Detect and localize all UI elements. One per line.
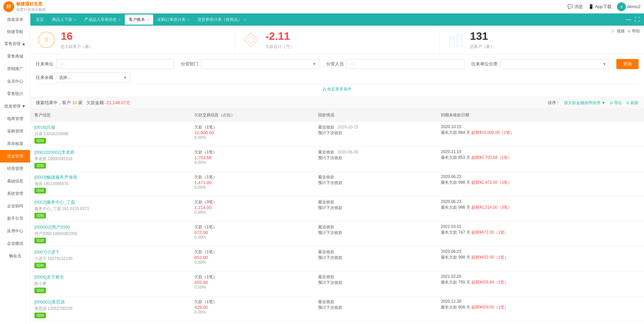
customer-sub-2: 海燕 18513066976 — [34, 181, 186, 187]
debt-pct-4: 0.00% — [194, 235, 310, 240]
sidebar-item-basic-info[interactable]: 基础信息 — [0, 175, 30, 187]
customer-name-link-1[interactable]: [0001020001]李老师 — [34, 150, 75, 155]
sidebar-item-retail-stat[interactable]: 零售统计 — [0, 88, 30, 100]
sidebar-item-ecommerce[interactable]: 电商管理 — [0, 113, 30, 125]
table-header: 客户信息 欠款交易信息（占比） 回款情况 到期未收款日期 — [30, 109, 644, 122]
debt-amount-4: 672.00 — [194, 230, 310, 235]
sidebar-item-vip-member[interactable]: 畅会员 — [0, 250, 30, 262]
cell-debt-info-7: 欠款（1笔） 429.00 0.00% — [190, 296, 314, 321]
stats-row: ¥ 16 总欠款客户（家） — [30, 26, 644, 54]
help-btn[interactable]: ⊙ 帮助 — [627, 28, 640, 34]
sidebar-item-app-center[interactable]: 应用中心 — [0, 225, 30, 237]
tab-close-purchase-stat[interactable]: × — [244, 18, 246, 22]
yuan-icon: ¥ — [37, 31, 56, 49]
sidebar-item-enterprise-collab[interactable]: 企业协同 — [0, 200, 30, 212]
chevron-down-icon-2: ▼ — [603, 62, 607, 66]
filter-from-unit-input[interactable]: ··· — [56, 59, 174, 69]
query-button[interactable]: 查询 — [616, 59, 639, 69]
user-avatar-btn[interactable]: d demo2 — [617, 2, 641, 11]
stat-label-total-customers: 总客户（家） — [470, 44, 494, 50]
sidebar-item-new-guide[interactable]: 新手引导 — [0, 212, 30, 225]
tab-product-history[interactable]: 产成品入库单历史 × — [80, 14, 125, 25]
debt-pct-0: 0.00% — [194, 135, 310, 140]
overdue-amount-5: 超期¥652.00（1笔） — [471, 255, 508, 260]
overdue-amount-3: 超期¥1,214.00（3笔） — [471, 205, 512, 210]
customer-badge-3: 现销 — [34, 213, 46, 218]
tabs-maximize-btn[interactable]: ⛶ — [634, 16, 641, 23]
svg-rect-7 — [453, 38, 454, 39]
table-row: [0006]去下粮仓 陈小希 现销 欠款（1笔） 455.90 0.00% 最近… — [30, 271, 644, 296]
sidebar-quick-nav[interactable]: 快捷导航 — [0, 26, 30, 38]
customer-name-link-3[interactable]: [0002]服务中心_丁磊 — [34, 200, 75, 205]
cell-due-date-6: 2021.02.26 最长欠款 750 天 超期¥455.90（1笔） — [437, 271, 644, 296]
cell-debt-info-1: 欠款（1笔） 1,703.68 0.00% — [190, 147, 314, 172]
tab-close-product-history[interactable]: × — [119, 18, 121, 22]
sort-select[interactable]: 按欠款金额倒序排序 ▼ — [564, 100, 606, 106]
sidebar-search[interactable]: 搜索菜单 — [0, 13, 30, 26]
customer-name-link-5[interactable]: [0007]小进千 — [34, 249, 60, 255]
cell-customer-info-5: [0007]小进千 小进千 18279152100 现销 — [30, 246, 190, 271]
collapse-icon: ⋀ — [323, 87, 326, 91]
tab-purchase-stat[interactable]: 进货单统计表（按商品） × — [193, 14, 250, 25]
collapse-btn[interactable]: ⋀ 收起更多条件 — [36, 84, 639, 94]
sidebar-item-system-mgmt[interactable]: 系统管理 — [0, 187, 30, 200]
sidebar-item-operation-mgmt[interactable]: 经营管理 — [0, 163, 30, 175]
stat-label-debt-total: 欠款合计（万） — [265, 44, 294, 50]
export-btn[interactable]: ⊙ 导出 — [610, 100, 622, 106]
debt-pct-5: 0.00% — [194, 260, 310, 265]
filter-dept-select[interactable]: ▼ — [201, 59, 319, 69]
tabs-minimize-btn[interactable]: — — [625, 16, 632, 23]
filter-unit-category-select[interactable]: ▼ — [500, 59, 610, 69]
sidebar-item-inventory[interactable]: 库存核算 — [0, 138, 30, 150]
overdue-amount-0: 超期¥10,000.00（1笔） — [471, 130, 514, 135]
tab-close-purchase-order[interactable]: × — [188, 18, 190, 22]
customer-badge-5: 现销 — [34, 263, 46, 268]
tabs-actions: — ⛶ — [625, 16, 643, 23]
cell-due-date-5: 2020.06.23 最长欠款 998 天 超期¥652.00（1笔） — [437, 246, 644, 271]
logo-text: 畅捷通好生意 母婴行业演示账套 — [16, 1, 46, 12]
customer-badge-0: 现销 — [34, 138, 46, 144]
sidebar-item-batch-mgmt[interactable]: 批发管理 ▼ — [0, 100, 30, 113]
stat-number-total-customers: 131 — [470, 30, 494, 42]
filter-balance-select[interactable]: 选择... ▼ — [56, 72, 130, 83]
sidebar-item-purchase-mgmt[interactable]: 采购管理 — [0, 125, 30, 138]
customer-name-link-2[interactable]: [0003]畅捷服务尹海燕 — [34, 175, 77, 180]
sidebar-item-capital-mgmt[interactable]: 资金管理 — [0, 150, 30, 163]
debt-pct-3: 0.00% — [194, 210, 310, 215]
stat-info-debt-customers: 16 总欠款客户（家） — [61, 30, 93, 50]
overdue-amount-6: 超期¥455.90（1笔） — [471, 280, 508, 285]
customer-name-link-7[interactable]: [000001]黄思源 — [34, 299, 65, 304]
cell-debt-info-3: 欠款（3笔） 1,214.00 0.00% — [190, 197, 314, 222]
app-download-btn[interactable]: 📱 App下载 — [588, 4, 612, 10]
refresh-btn[interactable]: ⊙ 刷新 — [626, 100, 639, 106]
customer-name-link-6[interactable]: [0006]去下粮仓 — [34, 274, 64, 279]
message-btn[interactable]: 💬 消息 — [567, 4, 583, 10]
customer-sub-3: 服务中心_丁磊 181 0125 8371 — [34, 206, 186, 212]
customer-name-link-4[interactable]: [000002]用户2050 — [34, 225, 70, 230]
tab-close-product-offshelf[interactable]: × — [74, 18, 76, 22]
cell-payback-1: 最近收款 2020-06-30 预计下次收款 — [314, 147, 437, 172]
cell-due-date-2: 2020.06.23 最长欠款 998 天 超期¥1,471.00（1笔） — [437, 172, 644, 197]
customer-badge-1: 现销 — [34, 163, 46, 169]
tab-customer-account[interactable]: 客户账本 × — [125, 14, 153, 25]
cell-customer-info-2: [0003]畅捷服务尹海燕 海燕 18513066976 现销 — [30, 172, 190, 197]
overdue-amount-2: 超期¥1,471.00（1笔） — [471, 180, 512, 185]
tab-close-customer-account[interactable]: × — [147, 18, 149, 22]
customer-sub-7: 黄思源 13552700226 — [34, 306, 186, 312]
svg-rect-6 — [451, 38, 452, 39]
sidebar-item-retail-mall[interactable]: 零售商城 — [0, 50, 30, 63]
sidebar-item-retail-mgmt[interactable]: 零售管理 ▲ — [0, 38, 30, 50]
overdue-amount-1: 超期¥1,703.68（1笔） — [471, 155, 512, 160]
filter-manager-label: 分管人员 — [326, 61, 344, 67]
tab-product-offshelf[interactable]: 商品上下架 × — [48, 14, 80, 25]
customer-name-link-0[interactable]: [0016]吕俊 — [34, 125, 55, 130]
tab-home[interactable]: 首页 — [32, 14, 48, 25]
video-btn[interactable]: ▷ 视频 — [611, 28, 624, 34]
svg-marker-3 — [247, 36, 255, 44]
filter-from-unit-label: 往来单位 — [36, 61, 53, 67]
sidebar-item-marketing[interactable]: 营销推广 — [0, 63, 30, 75]
filter-manager-input[interactable]: ··· — [346, 59, 465, 69]
sidebar-item-enterprise-wechat[interactable]: 企业微信 — [0, 237, 30, 250]
tab-purchase-order[interactable]: 采购订单统计表 × — [153, 14, 194, 25]
sidebar-item-member-center[interactable]: 会员中心 — [0, 75, 30, 88]
